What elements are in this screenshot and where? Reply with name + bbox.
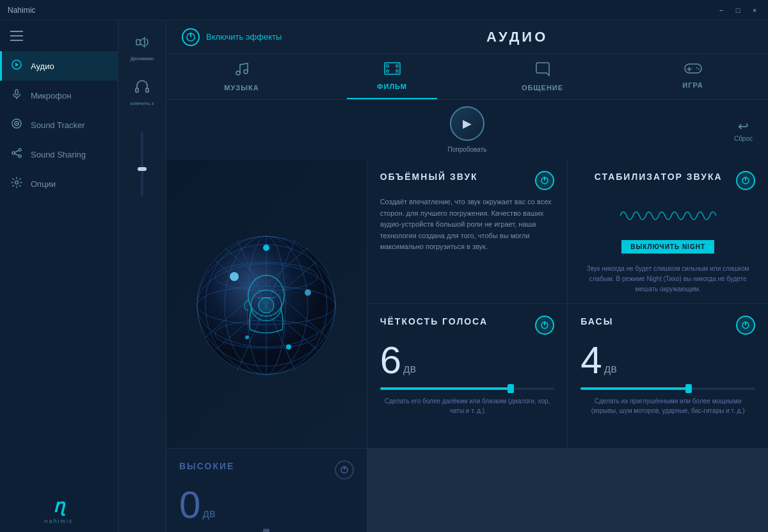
action-bar: ▶ Попробовать ↩ Сброс	[166, 100, 768, 159]
bass-slider-thumb[interactable]	[685, 384, 692, 393]
app-title: Nahimic	[8, 6, 35, 15]
sidebar: Аудио Микрофон	[0, 20, 118, 532]
effect-toggle[interactable]: Включить эффекты	[182, 28, 282, 46]
stabilizer-power-button[interactable]	[736, 171, 755, 190]
bass-description: Сделать их приглушёнными или более мощны…	[580, 396, 755, 415]
svg-point-21	[244, 70, 248, 74]
bass-power-button[interactable]	[736, 316, 755, 335]
treble-slider-thumb[interactable]	[263, 529, 269, 532]
card-sphere	[166, 159, 367, 448]
sidebar-item-sound-sharing[interactable]: Sound Sharing	[0, 140, 118, 169]
svg-rect-26	[396, 70, 398, 72]
sidebar-sound-tracker-label: Sound Tracker	[31, 120, 85, 130]
tab-music[interactable]: МУЗЫКА	[166, 54, 317, 99]
tab-chat[interactable]: ОБЩЕНИЕ	[467, 54, 618, 99]
maximize-button[interactable]: □	[732, 4, 744, 16]
stabilizer-description: Звук никогда не будет слишком сильным ил…	[580, 264, 755, 294]
svg-point-10	[12, 152, 15, 154]
svg-point-30	[696, 67, 698, 69]
svg-rect-2	[10, 40, 23, 41]
speakers-label: Динамики	[131, 56, 154, 61]
device-speakers[interactable]: Динамики	[128, 28, 157, 68]
voice-title: ЧЁТКОСТЬ ГОЛОСА	[380, 316, 488, 327]
svg-rect-16	[136, 88, 138, 92]
effect-toggle-label: Включить эффекты	[206, 32, 282, 42]
voice-slider-track[interactable]	[380, 387, 555, 390]
bass-slider-track[interactable]	[580, 387, 755, 390]
volume-slider-thumb[interactable]	[138, 167, 147, 171]
night-button-container: ВЫКЛЮЧИТЬ NIGHT	[580, 235, 755, 259]
svg-rect-23	[387, 65, 388, 67]
night-mode-button[interactable]: ВЫКЛЮЧИТЬ NIGHT	[621, 240, 714, 254]
svg-rect-27	[685, 64, 701, 73]
sidebar-options-label: Опции	[31, 179, 56, 189]
device-headphones[interactable]: ключить з	[128, 73, 156, 113]
treble-power-button[interactable]	[335, 460, 354, 480]
volume-slider-container[interactable]	[141, 125, 143, 202]
minimize-button[interactable]: −	[716, 4, 727, 16]
svg-rect-17	[146, 88, 148, 92]
device-panel: Динамики ключить з	[118, 20, 166, 532]
bass-db-value: 4 дв	[580, 341, 755, 380]
svg-point-52	[305, 289, 311, 296]
film-tab-icon	[384, 61, 401, 79]
hamburger-icon[interactable]	[0, 26, 118, 51]
reset-icon: ↩	[738, 118, 749, 133]
power-toggle-icon[interactable]	[182, 28, 200, 46]
game-tab-icon	[684, 61, 702, 77]
svg-point-8	[16, 123, 17, 124]
options-icon	[10, 177, 23, 191]
headphones-label: ключить з	[131, 101, 154, 106]
chat-tab-icon	[535, 61, 550, 80]
svg-point-14	[15, 181, 19, 184]
app-container: Аудио Микрофон	[0, 20, 768, 532]
content-header: Включить эффекты АУДИО	[166, 20, 768, 54]
reset-button[interactable]: ↩ Сброс	[734, 118, 753, 141]
svg-point-31	[698, 69, 700, 70]
sidebar-microphone-label: Микрофон	[31, 91, 71, 101]
film-tab-label: ФИЛЬМ	[377, 83, 407, 90]
surround-title: ОБЪЁМНЫЙ ЗВУК	[380, 171, 478, 182]
voice-slider-thumb[interactable]	[508, 384, 514, 393]
bass-header: БАСЫ	[580, 316, 755, 335]
bass-title: БАСЫ	[580, 316, 613, 327]
svg-point-50	[263, 245, 269, 251]
svg-point-20	[236, 71, 240, 75]
tab-film[interactable]: ФИЛЬМ	[317, 54, 467, 99]
voice-slider-fill	[380, 387, 511, 390]
tab-game[interactable]: ИГРА	[618, 54, 768, 99]
volume-slider[interactable]	[141, 132, 143, 196]
main-content: Включить эффекты АУДИО МУЗЫКА	[166, 20, 768, 532]
sidebar-item-options[interactable]: Опции	[0, 169, 118, 198]
svg-rect-0	[10, 31, 23, 32]
voice-power-button[interactable]	[535, 316, 554, 335]
surround-power-button[interactable]	[535, 171, 554, 190]
svg-point-51	[230, 272, 239, 281]
music-tab-icon	[234, 61, 250, 80]
svg-rect-1	[10, 35, 23, 36]
bass-db-number: 4	[580, 341, 602, 380]
surround-description: Создаёт впечатление, что звук окружает в…	[380, 197, 555, 253]
svg-rect-24	[396, 65, 398, 67]
3d-sphere-svg	[189, 229, 343, 382]
svg-rect-15	[136, 40, 140, 45]
try-label: Попробовать	[448, 146, 487, 153]
audio-icon	[10, 59, 23, 73]
card-treble: ВЫСОКИЕ 0 дв	[166, 449, 367, 532]
voice-db-value: 6 дв	[380, 341, 555, 380]
sidebar-item-audio[interactable]: Аудио	[0, 51, 118, 81]
svg-point-54	[245, 335, 249, 339]
stabilizer-title: СТАБИЛИЗАТОР ЗВУКА	[580, 171, 736, 182]
svg-point-9	[19, 149, 21, 151]
svg-rect-4	[15, 90, 18, 95]
voice-db-number: 6	[380, 341, 401, 380]
sound-tracker-icon	[10, 118, 23, 132]
sidebar-item-microphone[interactable]: Микрофон	[0, 81, 118, 110]
close-button[interactable]: ×	[749, 4, 760, 16]
sidebar-item-sound-tracker[interactable]: Sound Tracker	[0, 110, 118, 140]
music-tab-label: МУЗЫКА	[224, 84, 259, 92]
try-button[interactable]: ▶	[450, 106, 484, 141]
voice-db-unit: дв	[403, 363, 416, 375]
cards-grid: ОБЪЁМНЫЙ ЗВУК Создаёт впечатление, что з…	[166, 159, 768, 532]
card-bass: БАСЫ 4 дв	[568, 304, 768, 448]
